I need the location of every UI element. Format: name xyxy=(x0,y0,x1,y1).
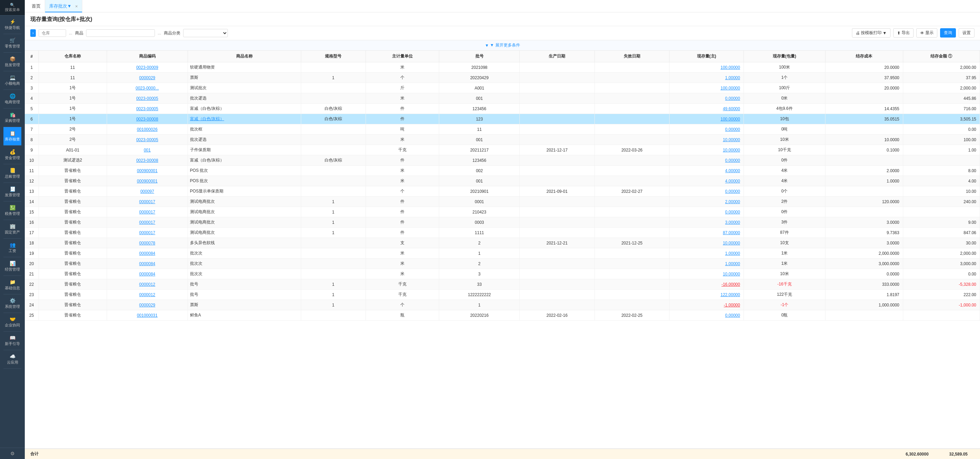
table-row[interactable]: 14晋省粮仓0000017测试电商批次1件00012.000002件120.00… xyxy=(25,197,980,207)
table-row[interactable]: 2110000029票斯1个202204291.000001个37.950037… xyxy=(25,73,980,83)
tab-inventory-batch[interactable]: 库存批次▼ ✕ xyxy=(45,0,82,13)
table-cell[interactable]: 000097 xyxy=(107,186,188,197)
col-stock-value[interactable]: 结存金额 ① xyxy=(903,51,980,62)
table-row[interactable]: 82号0023-00005批次逻选米00110.0000010米10.00001… xyxy=(25,135,980,145)
table-row[interactable]: 72号001000026批次框吨110.000000吨0.00 xyxy=(25,124,980,135)
category-filter-select[interactable] xyxy=(183,29,228,37)
col-stock-qty[interactable]: 现存量(主) xyxy=(670,51,744,62)
table-cell[interactable]: 001 xyxy=(107,145,188,155)
sidebar-settings-icon[interactable]: ⚙ xyxy=(0,448,25,459)
table-row[interactable]: 25晋省粮仓001000031鲜鱼A瓶202202162022-02-16202… xyxy=(25,310,980,320)
batch-print-button[interactable]: 🖨 按模板打印 ▼ xyxy=(852,28,891,38)
table-row[interactable]: 20晋省粮仓0000084批次次米21.000001米3,000.00003,0… xyxy=(25,258,980,269)
col-prod-date[interactable]: 生产日期 xyxy=(519,51,595,62)
table-cell[interactable]: 0023-00008 xyxy=(107,114,188,124)
col-expire-date[interactable]: 失效日期 xyxy=(595,51,670,62)
col-stock-qty2[interactable]: 现存量(包量) xyxy=(743,51,825,62)
sidebar-item-collab[interactable]: 🤝企业协同 xyxy=(3,313,21,332)
col-unit-cost[interactable]: 结存成本 xyxy=(826,51,903,62)
table-row[interactable]: 16晋省粮仓0000017测试电商批次1件00033.000003件3.0000… xyxy=(25,217,980,228)
table-cell[interactable]: 0000017 xyxy=(107,228,188,238)
col-product-code[interactable]: 商品编码 xyxy=(107,51,188,62)
sidebar-item-quick-nav[interactable]: ⚡快捷导航 xyxy=(3,16,21,34)
tab-close-icon[interactable]: ✕ xyxy=(75,5,78,8)
table-cell[interactable]: 0000029 xyxy=(107,73,188,83)
sidebar-item-fixed-assets[interactable]: 🏢固定资产 xyxy=(3,220,21,239)
table-row[interactable]: 51号0023-00005富减（白色/灰棕）白色/灰棕件12345649.600… xyxy=(25,104,980,114)
table-cell[interactable]: 001000026 xyxy=(107,124,188,135)
table-cell xyxy=(519,93,595,104)
table-row[interactable]: 15晋省粮仓0000017测试电商批次1件2104230.000000件 xyxy=(25,207,980,217)
export-button[interactable]: ⬆ 导出 xyxy=(893,28,913,38)
filter-nav-button[interactable]: › xyxy=(30,29,36,37)
sidebar-item-mini-ecom[interactable]: 💻小额电商 xyxy=(3,71,21,90)
product-filter[interactable] xyxy=(86,29,155,37)
sidebar-item-finance[interactable]: 💰资金管理 xyxy=(3,146,21,164)
col-warehouse[interactable]: 仓库名称 xyxy=(38,51,107,62)
table-row[interactable]: 1110023-00009软硬通用物资米2021098100.00000100米… xyxy=(25,62,980,73)
sidebar-item-base-info[interactable]: 📁基础信息 xyxy=(3,276,21,295)
sidebar-item-cloud[interactable]: ☁️云应用 xyxy=(3,350,21,369)
table-cell[interactable]: 0000017 xyxy=(107,217,188,228)
sidebar-item-purchase[interactable]: 🛍️采购管理 xyxy=(3,108,21,127)
table-row[interactable]: 61号0023-00008富减（白色/灰棕）白色/灰棕件123100.00000… xyxy=(25,114,980,124)
table-row[interactable]: 18晋省粮仓0000078多头异色软线支22021-12-212021-12-2… xyxy=(25,238,980,248)
table-row[interactable]: 41号0023-00005批次逻选米0010.000000米445.86 xyxy=(25,93,980,104)
sidebar-item-wholesale[interactable]: 📦批发管理 xyxy=(3,53,21,71)
sidebar-search[interactable]: 🔍 搜索菜单 xyxy=(0,0,25,16)
query-button[interactable]: 查询 xyxy=(940,28,956,38)
table-cell[interactable]: 0000029 xyxy=(107,300,188,310)
col-batch[interactable]: 批号 xyxy=(439,51,519,62)
table-cell[interactable]: 0023-0000... xyxy=(107,83,188,93)
table-cell[interactable]: 0000084 xyxy=(107,258,188,269)
table-cell[interactable]: 0023-00005 xyxy=(107,104,188,114)
sidebar-item-sys[interactable]: ⚙️系统管理 xyxy=(3,295,21,313)
table-cell[interactable]: 000900001 xyxy=(107,176,188,186)
sidebar-item-tax[interactable]: 💹税务管理 xyxy=(3,201,21,220)
table-row[interactable]: 11晋省粮仓000900001POS 批次米0024.000004米2.0000… xyxy=(25,166,980,176)
sidebar-item-hr[interactable]: 👥工资 xyxy=(3,239,21,257)
table-row[interactable]: 17晋省粮仓0000017测试电商批次1件111187.0000087件9.73… xyxy=(25,228,980,238)
sidebar-item-inventory[interactable]: 📋库存核查 xyxy=(3,127,21,146)
col-spec[interactable]: 规格型号 xyxy=(301,51,366,62)
sidebar-item-ops[interactable]: 📊经营管理 xyxy=(3,257,21,276)
table-cell[interactable]: 001000031 xyxy=(107,310,188,320)
table-cell[interactable]: 0023-00005 xyxy=(107,135,188,145)
table-cell[interactable]: 0000084 xyxy=(107,248,188,258)
table-cell: 1 xyxy=(301,300,366,310)
display-button[interactable]: 👁 显示 xyxy=(916,28,937,38)
table-cell[interactable]: 0000012 xyxy=(107,290,188,300)
col-product-name[interactable]: 商品名称 xyxy=(188,51,301,62)
table-row[interactable]: 21晋省粮仓0000084批次次米310.0000010米0.00000.00 xyxy=(25,269,980,279)
table-cell[interactable]: 0000084 xyxy=(107,269,188,279)
col-unit[interactable]: 主计量单位 xyxy=(366,51,439,62)
sidebar-item-general[interactable]: 📒总账管理 xyxy=(3,164,21,183)
table-row[interactable]: 12晋省粮仓000900001POS 批次米0014.000004米1.0000… xyxy=(25,176,980,186)
table-cell: 2.0000 xyxy=(826,166,903,176)
table-cell: 2,000.00 xyxy=(903,83,980,93)
tab-home[interactable]: 首页 xyxy=(27,0,45,13)
table-cell[interactable]: 0000017 xyxy=(107,197,188,207)
table-row[interactable]: 22晋省粮仓0000012批号1千克33-16.00000-16千克333.00… xyxy=(25,279,980,290)
table-row[interactable]: 19晋省粮仓0000084批次次米11.000001米2,000.00002,0… xyxy=(25,248,980,258)
table-row[interactable]: 23晋省粮仓0000012批号1千克1222222222122.00000122… xyxy=(25,290,980,300)
table-row[interactable]: 31号0023-0000...测试批次斤A001100.00000100斤20.… xyxy=(25,83,980,93)
sidebar-item-retail[interactable]: 🛒零售管理 xyxy=(3,34,21,53)
sidebar-item-invoice[interactable]: 🧾发票管理 xyxy=(3,183,21,201)
table-cell[interactable]: 0000012 xyxy=(107,279,188,290)
table-row[interactable]: 9A01-01001子件保质期千克202112172021-12-172022-… xyxy=(25,145,980,155)
table-cell[interactable]: 0000017 xyxy=(107,207,188,217)
table-row[interactable]: 10测试逻选20023-00008富减（白色/灰棕）白色/灰棕件1234560.… xyxy=(25,155,980,166)
table-cell[interactable]: 0000078 xyxy=(107,238,188,248)
sidebar-item-ecom[interactable]: 🌐电商管理 xyxy=(3,90,21,108)
table-cell[interactable]: 0023-00005 xyxy=(107,93,188,104)
expand-conditions-button[interactable]: ▼ ▼ 展开更多条件 xyxy=(485,42,520,48)
table-cell[interactable]: 000900001 xyxy=(107,166,188,176)
settings-button[interactable]: 设置 xyxy=(959,28,975,38)
warehouse-filter[interactable] xyxy=(38,29,66,37)
table-row[interactable]: 24晋省粮仓0000029票斯1个1-1.00000-1个1,000.0000-… xyxy=(25,300,980,310)
sidebar-item-new-guide[interactable]: 📖新手引导 xyxy=(3,332,21,350)
table-cell[interactable]: 0023-00009 xyxy=(107,62,188,73)
table-row[interactable]: 13晋省粮仓000097POS显示单保质期个202109012021-09-01… xyxy=(25,186,980,197)
table-cell[interactable]: 0023-00008 xyxy=(107,155,188,166)
